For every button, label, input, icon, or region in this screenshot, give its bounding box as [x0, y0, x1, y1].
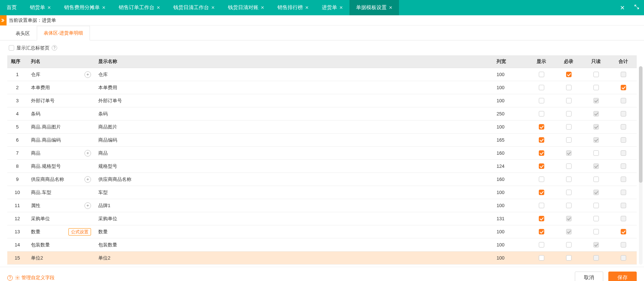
readonly-checkbox[interactable]	[593, 72, 599, 77]
show-checkbox[interactable]	[539, 242, 544, 248]
cell-display-name[interactable]: 车型	[95, 186, 493, 199]
show-checkbox[interactable]	[539, 137, 544, 143]
table-row[interactable]: 7商品+商品160	[7, 147, 637, 160]
required-checkbox[interactable]	[566, 124, 572, 130]
cell-width[interactable]: 100	[493, 94, 528, 107]
cell-width[interactable]: 100	[493, 252, 528, 265]
section-tab[interactable]: 表头区	[9, 26, 37, 40]
cell-display-name[interactable]: 本单费用	[95, 81, 493, 94]
vertical-scrollbar[interactable]	[639, 66, 643, 265]
close-all-tabs-button[interactable]: ✕	[615, 0, 629, 15]
show-checkbox[interactable]	[539, 203, 544, 208]
show-checkbox[interactable]	[539, 85, 544, 90]
add-column-icon[interactable]: +	[84, 71, 91, 78]
formula-settings-button[interactable]: 公式设置	[68, 228, 91, 236]
tab-close-icon[interactable]: ✕	[261, 5, 264, 10]
add-column-icon[interactable]: +	[84, 176, 91, 183]
required-checkbox[interactable]	[566, 163, 572, 169]
table-row[interactable]: 1仓库+仓库100	[7, 68, 637, 81]
readonly-checkbox[interactable]	[593, 150, 599, 156]
cell-width[interactable]: 100	[493, 238, 528, 252]
table-row[interactable]: 12采购单位采购单位131	[7, 212, 637, 225]
tab-close-icon[interactable]: ✕	[339, 5, 343, 10]
show-checkbox[interactable]	[539, 177, 544, 182]
cell-width[interactable]: 100	[493, 81, 528, 94]
cancel-button[interactable]: 取消	[575, 272, 603, 281]
required-checkbox[interactable]	[566, 255, 572, 261]
top-tab[interactable]: 销售排行榜✕	[271, 0, 315, 15]
cell-width[interactable]: 100	[493, 68, 528, 81]
table-row[interactable]: 6商品.商品编码商品编码165	[7, 134, 637, 147]
table-row[interactable]: 4条码条码250	[7, 107, 637, 120]
cell-width[interactable]: 165	[493, 134, 528, 147]
required-checkbox[interactable]	[566, 85, 572, 90]
show-summary-tab-checkbox[interactable]	[9, 45, 14, 51]
readonly-checkbox[interactable]	[593, 216, 599, 221]
show-checkbox[interactable]	[539, 190, 544, 195]
cell-display-name[interactable]: 商品图片	[95, 120, 493, 134]
required-checkbox[interactable]	[566, 203, 572, 208]
cell-width[interactable]: 100	[493, 225, 528, 238]
sum-checkbox[interactable]	[621, 229, 626, 234]
table-row[interactable]: 14包装数量包装数量100	[7, 238, 637, 252]
top-tab[interactable]: 首页	[0, 0, 23, 15]
section-tab[interactable]: 表体区-进货单明细	[37, 26, 90, 40]
tab-close-icon[interactable]: ✕	[157, 5, 160, 10]
show-checkbox[interactable]	[539, 72, 544, 77]
readonly-checkbox[interactable]	[593, 229, 599, 234]
cell-display-name[interactable]: 采购单位	[95, 212, 493, 225]
top-tab[interactable]: 钱货日清工作台✕	[167, 0, 221, 15]
table-row[interactable]: 15单位2单位2100	[7, 252, 637, 265]
tab-close-icon[interactable]: ✕	[47, 5, 51, 10]
table-row[interactable]: 5商品.商品图片商品图片100	[7, 120, 637, 134]
show-checkbox[interactable]	[539, 229, 544, 234]
cell-display-name[interactable]: 条码	[95, 107, 493, 120]
table-row[interactable]: 2本单费用本单费用100	[7, 81, 637, 94]
table-row[interactable]: 10商品.车型车型100	[7, 186, 637, 199]
top-tab[interactable]: 钱货日清对账✕	[221, 0, 271, 15]
cell-width[interactable]: 124	[493, 160, 528, 173]
table-row[interactable]: 11属性+品牌1100	[7, 199, 637, 212]
tab-close-icon[interactable]: ✕	[211, 5, 215, 10]
top-tab[interactable]: 单据模板设置✕	[349, 0, 399, 15]
required-checkbox[interactable]	[566, 137, 572, 143]
show-checkbox[interactable]	[539, 98, 544, 103]
cell-display-name[interactable]: 规格型号	[95, 160, 493, 173]
cell-width[interactable]: 100	[493, 186, 528, 199]
show-checkbox[interactable]	[539, 124, 544, 130]
add-column-icon[interactable]: +	[84, 202, 91, 209]
show-checkbox[interactable]	[539, 111, 544, 116]
cell-width[interactable]: 131	[493, 212, 528, 225]
show-checkbox[interactable]	[539, 255, 544, 261]
cell-width[interactable]: 100	[493, 199, 528, 212]
show-checkbox[interactable]	[539, 150, 544, 156]
table-row[interactable]: 8商品.规格型号规格型号124	[7, 160, 637, 173]
cell-display-name[interactable]: 商品编码	[95, 134, 493, 147]
help-icon[interactable]: ?	[7, 275, 13, 281]
tab-close-icon[interactable]: ✕	[305, 5, 309, 10]
sum-checkbox[interactable]	[621, 85, 626, 90]
table-row[interactable]: 3外部订单号外部订单号100	[7, 94, 637, 107]
manage-custom-fields-link[interactable]: 管理自定义字段	[21, 274, 55, 281]
fullscreen-button[interactable]	[629, 0, 644, 15]
readonly-checkbox[interactable]	[593, 177, 599, 182]
cell-display-name[interactable]: 数量	[95, 225, 493, 238]
readonly-checkbox[interactable]	[593, 85, 599, 90]
cell-width[interactable]: 250	[493, 107, 528, 120]
required-checkbox[interactable]	[566, 98, 572, 103]
cell-width[interactable]: 160	[493, 173, 528, 186]
cell-display-name[interactable]: 供应商商品名称	[95, 173, 493, 186]
cell-display-name[interactable]: 单位2	[95, 252, 493, 265]
help-icon[interactable]: ?	[52, 45, 57, 51]
cell-width[interactable]: 100	[493, 120, 528, 134]
cell-display-name[interactable]: 外部订单号	[95, 94, 493, 107]
save-button[interactable]: 保存	[608, 272, 637, 281]
scrollbar-thumb[interactable]	[639, 66, 643, 183]
readonly-checkbox[interactable]	[593, 203, 599, 208]
top-tab[interactable]: 销货单✕	[23, 0, 58, 15]
collapse-toggle[interactable]	[0, 15, 7, 25]
cell-width[interactable]: 160	[493, 147, 528, 160]
required-checkbox[interactable]	[566, 242, 572, 248]
show-checkbox[interactable]	[539, 216, 544, 221]
tab-close-icon[interactable]: ✕	[389, 5, 392, 10]
